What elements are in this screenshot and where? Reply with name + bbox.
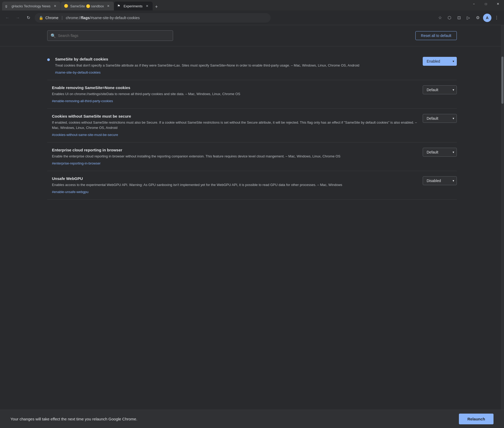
flag-dropdown-cookies-secure[interactable]: Default Enabled Disabled (423, 114, 457, 123)
flag-link-webgpu[interactable]: #enable-unsafe-webgpu (52, 190, 89, 194)
profile-avatar[interactable]: A (483, 14, 491, 22)
flag-item-webgpu: Unsafe WebGPU Enables access to the expe… (47, 171, 457, 200)
flag-dropdown-samesite[interactable]: Default Enabled Disabled (423, 57, 457, 66)
maximize-button[interactable]: □ (480, 0, 492, 8)
flag-description-remove-samesite: Enables UI on chrome://settings/siteData… (52, 91, 417, 97)
reset-all-button[interactable]: Reset all to default (415, 31, 457, 40)
flag-link-enterprise-reporting[interactable]: #enterprise-reporting-in-browser (52, 161, 101, 165)
search-input[interactable] (58, 34, 170, 38)
flag-title-highlighted: SameSite by default cookies (55, 57, 108, 61)
flag-item-cookies-secure: Cookies without SameSite must be secure … (47, 109, 457, 143)
flag-description-cookies-secure: If enabled, cookies without SameSite res… (52, 120, 417, 131)
flag-description-webgpu: Enables access to the experimental WebGP… (52, 182, 417, 188)
forward-button[interactable]: → (14, 14, 22, 22)
flag-dropdown-remove-samesite[interactable]: Default Enabled Disabled (423, 85, 457, 94)
flags-list: SameSite by default cookies Treat cookie… (0, 46, 504, 226)
tab-ghacks[interactable]: g gHacks Technology News ✕ (2, 2, 61, 10)
flag-select-webgpu: Default Enabled Disabled ▾ (423, 176, 457, 185)
back-button[interactable]: ← (3, 14, 12, 22)
search-bar-area: 🔍 Reset all to default (0, 25, 504, 46)
minimize-button[interactable]: − (468, 0, 480, 8)
tab-label-experiments: Experiments (124, 4, 142, 8)
toolbar-right: ☆ ⬡ ⊡ ▷ ⚙ A ⋮ (436, 14, 501, 22)
flag-content-cookies-secure: Cookies without SameSite must be secure … (52, 114, 417, 137)
omnibox-separator: | (62, 15, 63, 20)
flag-select-wrapper-remove-samesite: Default Enabled Disabled ▾ (423, 85, 457, 94)
omnibox-app-name: Chrome (45, 16, 58, 20)
bookmark-button[interactable]: ☆ (436, 14, 444, 22)
sync-button[interactable]: ⊡ (455, 14, 463, 22)
tab-favicon-experiments: ⚑ (117, 4, 121, 8)
flag-title-webgpu: Unsafe WebGPU (52, 176, 417, 181)
omnibox-url: chrome://flags/#same-site-by-default-coo… (66, 16, 140, 20)
flag-content-webgpu: Unsafe WebGPU Enables access to the expe… (52, 176, 417, 194)
flag-title-remove-samesite: Enable removing SameSite=None cookies (52, 85, 417, 90)
notification-bar: Your changes will take effect the next t… (0, 410, 504, 428)
title-bar: g gHacks Technology News ✕ 🟡 SameSite 🟡 … (0, 0, 504, 10)
main-content: 🔍 Reset all to default SameSite by defau… (0, 25, 504, 410)
tab-samesite[interactable]: 🟡 SameSite 🟡 sandbox ✕ (61, 2, 114, 10)
reload-button[interactable]: ↻ (24, 14, 33, 22)
window-controls: − □ ✕ (468, 0, 504, 8)
flag-title-enterprise-reporting: Enterprise cloud reporting in browser (52, 148, 417, 152)
new-tab-button[interactable]: + (153, 3, 160, 10)
flag-select-wrapper-webgpu: Default Enabled Disabled ▾ (423, 176, 457, 185)
flag-item-samesite-default: SameSite by default cookies Treat cookie… (47, 52, 457, 80)
tab-close-samesite[interactable]: ✕ (106, 4, 111, 8)
devtools-button[interactable]: ⚙ (474, 14, 482, 22)
relaunch-button[interactable]: Relaunch (459, 414, 494, 424)
address-bar: ← → ↻ 🔒 Chrome | chrome://flags/#same-si… (0, 10, 504, 25)
flag-dropdown-enterprise-reporting[interactable]: Default Enabled Disabled (423, 148, 457, 157)
search-icon: 🔍 (51, 33, 56, 38)
secure-icon: 🔒 (39, 16, 43, 20)
menu-button[interactable]: ⋮ (492, 14, 501, 22)
tab-close-experiments[interactable]: ✕ (145, 4, 149, 8)
flag-select-enterprise-reporting: Default Enabled Disabled ▾ (423, 148, 457, 157)
tab-experiments[interactable]: ⚑ Experiments ✕ (114, 2, 152, 10)
flag-content-remove-samesite: Enable removing SameSite=None cookies En… (52, 85, 417, 103)
extensions-button[interactable]: ⬡ (445, 14, 454, 22)
notification-text: Your changes will take effect the next t… (10, 417, 454, 421)
flag-link-samesite[interactable]: #same-site-by-default-cookies (55, 70, 100, 74)
tab-favicon-samesite: 🟡 (64, 4, 68, 8)
close-button[interactable]: ✕ (492, 0, 504, 8)
flag-dropdown-webgpu[interactable]: Default Enabled Disabled (423, 176, 457, 185)
tab-close-ghacks[interactable]: ✕ (53, 4, 57, 8)
cast-button[interactable]: ▷ (464, 14, 473, 22)
tab-favicon-ghacks: g (5, 4, 9, 8)
flag-select-remove-samesite: Default Enabled Disabled ▾ (423, 85, 457, 94)
flag-dot-samesite (47, 58, 50, 61)
flag-select-samesite: Default Enabled Disabled ▾ (423, 57, 457, 66)
scrollbar-track (501, 25, 504, 410)
flag-description-enterprise-reporting: Enable the enterprise cloud reporting in… (52, 154, 417, 159)
flag-link-remove-samesite[interactable]: #enable-removing-all-third-party-cookies (52, 99, 113, 103)
tab-label-ghacks: gHacks Technology News (12, 4, 51, 8)
flag-select-wrapper-samesite: Default Enabled Disabled ▾ (423, 57, 457, 66)
flag-description-samesite: Treat cookies that don't specify a SameS… (55, 63, 417, 68)
flag-title-cookies-secure: Cookies without SameSite must be secure (52, 114, 417, 118)
omnibox[interactable]: 🔒 Chrome | chrome://flags/#same-site-by-… (35, 13, 271, 23)
flag-title-samesite: SameSite by default cookies (55, 57, 417, 61)
flag-select-wrapper-cookies-secure: Default Enabled Disabled ▾ (423, 114, 457, 123)
scrollbar-thumb[interactable] (501, 57, 503, 104)
tab-label-samesite: SameSite 🟡 sandbox (70, 4, 104, 8)
flag-select-wrapper-enterprise-reporting: Default Enabled Disabled ▾ (423, 148, 457, 157)
tabs-container: g gHacks Technology News ✕ 🟡 SameSite 🟡 … (2, 0, 502, 10)
flag-select-cookies-secure: Default Enabled Disabled ▾ (423, 114, 457, 123)
search-box[interactable]: 🔍 (47, 30, 173, 41)
flag-content-enterprise-reporting: Enterprise cloud reporting in browser En… (52, 148, 417, 166)
flag-content-samesite: SameSite by default cookies Treat cookie… (55, 57, 417, 75)
flag-item-remove-samesite: Enable removing SameSite=None cookies En… (47, 80, 457, 109)
flag-link-cookies-secure[interactable]: #cookies-without-same-site-must-be-secur… (52, 133, 118, 137)
flag-item-enterprise-reporting: Enterprise cloud reporting in browser En… (47, 142, 457, 171)
